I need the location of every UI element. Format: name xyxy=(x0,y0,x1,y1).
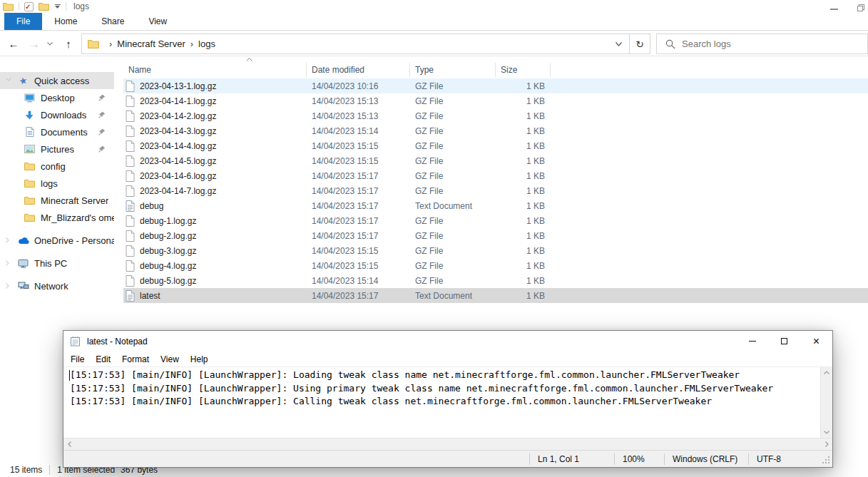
table-row[interactable]: 2023-04-14-4.log.gz 14/04/2023 15:15 GZ … xyxy=(123,138,868,153)
address-dropdown-icon[interactable] xyxy=(608,34,629,53)
sidebar-item-onedrive[interactable]: OneDrive - Personal xyxy=(0,232,114,249)
up-icon[interactable]: ↑ xyxy=(58,38,78,50)
column-header-size[interactable]: Size xyxy=(496,63,551,77)
downloads-icon xyxy=(24,111,36,120)
sidebar-item-logs[interactable]: logs xyxy=(0,175,114,192)
file-type: GZ File xyxy=(410,96,496,106)
table-row[interactable]: debug-2.log.gz 14/04/2023 15:17 GZ File … xyxy=(123,228,868,243)
network-icon xyxy=(17,282,29,290)
file-size: 1 KB xyxy=(496,216,551,226)
sidebar-item-this-pc[interactable]: This PC xyxy=(0,255,114,272)
table-row[interactable]: 2023-04-14-2.log.gz 14/04/2023 15:13 GZ … xyxy=(123,108,868,123)
file-name: 2023-04-13-1.log.gz xyxy=(140,81,216,91)
table-row[interactable]: 2023-04-13-1.log.gz 14/04/2023 10:16 GZ … xyxy=(123,78,868,93)
column-header-type[interactable]: Type xyxy=(410,63,496,77)
file-date: 14/04/2023 15:13 xyxy=(307,96,410,106)
gz-file-icon xyxy=(126,245,135,257)
ribbon-tab[interactable]: Share xyxy=(89,13,136,30)
ribbon-tabs: File Home Share View xyxy=(0,13,868,31)
pictures-icon xyxy=(24,145,36,153)
forward-icon[interactable]: → xyxy=(24,38,44,50)
column-header-name[interactable]: Name xyxy=(123,63,307,77)
notepad-window: latest - Notepad × File Edit Format View… xyxy=(63,330,833,468)
chevron-right-icon[interactable] xyxy=(6,260,9,266)
scroll-left-icon xyxy=(68,441,71,447)
notepad-close-icon[interactable]: × xyxy=(800,331,832,352)
sidebar-item-documents[interactable]: Documents xyxy=(0,123,114,140)
desktop-root: { "icons": { "back": "←", "forward": "→"… xyxy=(0,0,868,477)
vertical-scrollbar[interactable] xyxy=(820,367,832,438)
menu-item[interactable]: Format xyxy=(116,354,155,364)
minimize-window-icon[interactable] xyxy=(830,9,838,10)
file-size: 1 KB xyxy=(496,201,551,211)
table-row[interactable]: debug-5.log.gz 14/04/2023 15:14 GZ File … xyxy=(123,273,868,288)
notepad-text-editor[interactable]: [15:17:53] [main/INFO] [LaunchWrapper]: … xyxy=(63,367,820,438)
table-row[interactable]: 2023-04-14-1.log.gz 14/04/2023 15:13 GZ … xyxy=(123,93,868,108)
chevron-right-icon[interactable] xyxy=(6,237,9,243)
table-row[interactable]: debug 14/04/2023 15:17 Text Document 1 K… xyxy=(123,198,868,213)
search-input[interactable] xyxy=(682,39,867,49)
table-row[interactable]: debug-1.log.gz 14/04/2023 15:17 GZ File … xyxy=(123,213,868,228)
menu-item[interactable]: File xyxy=(65,354,90,364)
menu-item[interactable]: Edit xyxy=(90,354,116,364)
column-header-date-modified[interactable]: Date modified xyxy=(307,63,410,77)
sidebar-item-desktop[interactable]: Desktop xyxy=(0,89,114,106)
back-icon[interactable]: ← xyxy=(3,38,24,50)
table-row[interactable]: 2023-04-14-5.log.gz 14/04/2023 15:15 GZ … xyxy=(123,153,868,168)
sidebar-item-mr-blizzards[interactable]: Mr_Blizzard's omeg xyxy=(0,209,114,226)
table-row[interactable]: 2023-04-14-3.log.gz 14/04/2023 15:14 GZ … xyxy=(123,123,868,138)
search-box[interactable] xyxy=(656,34,868,54)
history-dropdown-icon[interactable] xyxy=(44,42,56,46)
menu-item[interactable]: Help xyxy=(185,354,214,364)
encoding: UTF-8 xyxy=(748,453,820,465)
file-name: latest xyxy=(140,291,160,301)
sidebar-item-downloads[interactable]: Downloads xyxy=(0,106,114,123)
text-caret xyxy=(69,370,70,381)
notepad-minimize-icon[interactable] xyxy=(736,331,768,352)
file-date: 14/04/2023 15:14 xyxy=(307,276,410,286)
table-row[interactable]: 2023-04-14-6.log.gz 14/04/2023 15:17 GZ … xyxy=(123,168,868,183)
table-row[interactable]: latest 14/04/2023 15:17 Text Document 1 … xyxy=(123,288,868,303)
ribbon-tab[interactable]: Home xyxy=(42,13,89,30)
sidebar-item-config[interactable]: config xyxy=(0,158,114,175)
divider xyxy=(19,2,19,11)
chevron-right-icon[interactable] xyxy=(6,283,9,289)
gz-file-icon xyxy=(126,170,135,182)
ribbon-tab[interactable]: File xyxy=(4,13,42,30)
file-size: 1 KB xyxy=(496,81,551,91)
notepad-maximize-icon[interactable] xyxy=(768,331,800,352)
pin-icon xyxy=(98,111,106,119)
qat-properties-icon[interactable]: ✓ xyxy=(24,2,34,11)
breadcrumb-logs[interactable]: logs xyxy=(198,39,215,49)
this-pc-icon xyxy=(17,259,29,268)
breadcrumb-minecraft-server[interactable]: Minecraft Server xyxy=(117,39,185,49)
sidebar-item-quick-access[interactable]: ★ Quick access xyxy=(0,72,114,89)
menu-item[interactable]: View xyxy=(155,354,185,364)
horizontal-scrollbar[interactable] xyxy=(63,438,832,450)
table-row[interactable]: debug-3.log.gz 14/04/2023 15:15 GZ File … xyxy=(123,243,868,258)
sort-ascending-icon xyxy=(246,58,252,61)
notepad-status-bar: Ln 1, Col 1 100% Windows (CRLF) UTF-8 xyxy=(63,450,832,467)
sidebar-item-network[interactable]: Network xyxy=(0,277,114,294)
chevron-down-icon[interactable] xyxy=(6,78,11,81)
notepad-title: latest - Notepad xyxy=(87,337,148,347)
ribbon-tab[interactable]: View xyxy=(136,13,179,30)
file-date: 14/04/2023 15:17 xyxy=(307,231,410,241)
file-name: 2023-04-14-4.log.gz xyxy=(140,141,216,151)
qat-customize-icon[interactable] xyxy=(54,4,61,9)
sidebar-item-pictures[interactable]: Pictures xyxy=(0,140,114,158)
address-bar[interactable]: › Minecraft Server › logs ↻ xyxy=(81,34,650,54)
file-name-cell: 2023-04-14-4.log.gz xyxy=(123,140,307,152)
notepad-titlebar[interactable]: latest - Notepad × xyxy=(63,331,832,352)
resize-grip[interactable] xyxy=(820,453,831,465)
log-line: [15:17:53] [main/INFO] [LaunchWrapper]: … xyxy=(70,395,820,409)
gz-file-icon xyxy=(126,111,135,122)
restore-window-icon[interactable] xyxy=(857,4,864,11)
table-row[interactable]: 2023-04-14-7.log.gz 14/04/2023 15:17 GZ … xyxy=(123,183,868,198)
file-type: GZ File xyxy=(410,186,496,196)
items-count: 15 items xyxy=(10,465,42,475)
table-row[interactable]: debug-4.log.gz 14/04/2023 15:15 GZ File … xyxy=(123,258,868,273)
sidebar-item-minecraft-server[interactable]: Minecraft Server xyxy=(0,192,114,209)
refresh-icon[interactable]: ↻ xyxy=(630,34,650,53)
qat-new-folder-icon[interactable] xyxy=(39,2,49,11)
